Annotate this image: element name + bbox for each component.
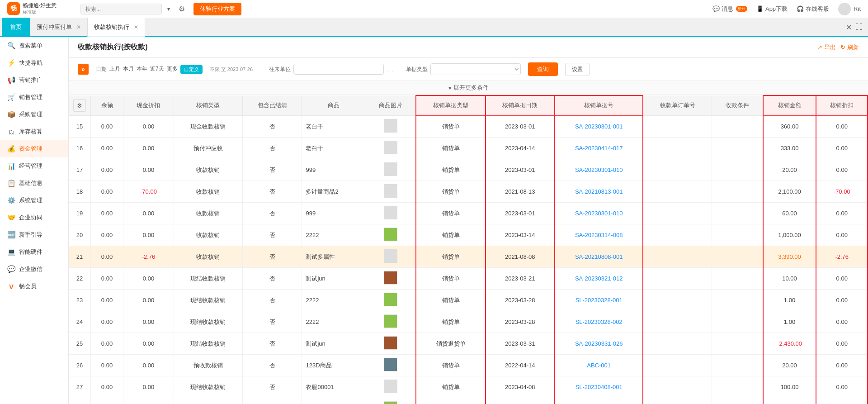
counterpart-input[interactable] [293, 64, 384, 75]
sidebar-item-wechat[interactable]: 💬 企业微信 [0, 261, 68, 278]
doc-no-link[interactable]: SL-20230408-001 [576, 384, 623, 390]
cell-product: 999 [302, 203, 365, 224]
doc-no-link[interactable]: SA-20230331-026 [575, 340, 623, 347]
sidebar-label-marketing: 营销推广 [19, 76, 42, 84]
cell-id: 21 [69, 246, 91, 268]
sidebar-item-finance[interactable]: 💰 资金管理 [0, 140, 68, 157]
top-dropdown-btn[interactable]: ▾ [167, 6, 170, 12]
cell-balance: 0.00 [91, 268, 123, 290]
settings-btn[interactable]: 设置 [565, 63, 590, 76]
cell-product: 123D商品 [302, 355, 365, 376]
sidebar-item-purchase[interactable]: 📦 采购管理 [0, 106, 68, 123]
settings-gear-header[interactable]: ⚙ [73, 99, 86, 112]
cell-product: 测试多属性 [302, 246, 365, 268]
expand-more-btn[interactable]: ▾ 展开更多条件 [448, 84, 489, 92]
export-btn[interactable]: ↗ 导出 [817, 43, 836, 52]
cell-doc-no[interactable]: SL-20230328-001 [555, 290, 643, 311]
tab-bar: 首页 预付冲应付单 ✕ 收款核销执行 ✕ ✕ ⛶ [0, 18, 868, 37]
date-more[interactable]: 更多 [167, 65, 178, 74]
tab-writeoff[interactable]: 收款核销执行 ✕ [88, 18, 145, 37]
cell-settled: 否 [242, 116, 302, 138]
cell-doc-no[interactable]: SL-20230408-001 [555, 376, 643, 398]
table-container: ⚙ 余额 现金折扣 核销类型 包含已结清 商品 商品图片 核销单据类型 核销单据… [69, 95, 868, 404]
refresh-btn[interactable]: ↻ 刷新 [840, 43, 859, 52]
cell-id: 28 [69, 398, 91, 404]
messages-btn[interactable]: 💬 消息 99+ [712, 5, 747, 13]
doc-no-link[interactable]: SA-20210813-001 [575, 188, 623, 195]
main-layout: 🔍 搜索菜单 ⚡ 快捷导航 📢 营销推广 🛒 销售管理 📦 采购管理 🗂 库存核… [0, 37, 868, 404]
tab-prepay-close[interactable]: ✕ [76, 24, 81, 30]
tab-prepay[interactable]: 预付冲应付单 ✕ [30, 18, 88, 37]
cell-doc-no[interactable]: SA-20230301-010 [555, 203, 643, 224]
tab-writeoff-close[interactable]: ✕ [134, 24, 138, 30]
content-area: 收款核销执行(按收款) ↗ 导出 ↻ 刷新 » 日期 上月 本月 本 [69, 37, 868, 404]
cell-doc-no[interactable]: SA-20230301-001 [555, 116, 643, 138]
sidebar-item-guide[interactable]: 🆕 新手引导 [0, 226, 68, 243]
doc-no-link[interactable]: SA-20230301-010 [575, 166, 623, 173]
doc-no-link[interactable]: SA-20230414-017 [575, 145, 623, 152]
search-icon: 🔍 [7, 42, 15, 50]
cell-receipt-condition [712, 159, 763, 181]
top-bar: 畅 畅捷通·好生意 标准版 ▾ ⚙ 休验行业方案 💬 消息 99+ 📱 App下… [0, 0, 868, 18]
col-header-writeoff-type: 核销类型 [174, 95, 242, 116]
col-header-writeoff-amount: 核销金额 [763, 95, 816, 116]
col-header-receipt-condition: 收款条件 [712, 95, 763, 116]
expand-more-row: ▾ 展开更多条件 [69, 81, 868, 95]
cell-writeoff-amount: 100.00 [763, 398, 816, 404]
cell-settled: 否 [242, 268, 302, 290]
sidebar-item-basic[interactable]: 📋 基础信息 [0, 175, 68, 192]
tab-expand-btn[interactable]: ⛶ [855, 23, 863, 31]
industry-btn[interactable]: 休验行业方案 [193, 3, 241, 15]
doc-no-link[interactable]: SL-20230328-001 [576, 297, 623, 304]
sidebar-item-quicknav[interactable]: ⚡ 快捷导航 [0, 54, 68, 71]
doc-no-link[interactable]: SA-20230301-001 [575, 123, 623, 130]
gear-btn[interactable]: ⚙ [175, 3, 188, 15]
sidebar-item-sales[interactable]: 🛒 销售管理 [0, 89, 68, 106]
sidebar-item-system[interactable]: ⚙️ 系统管理 [0, 192, 68, 209]
sidebar-item-hardware[interactable]: 💻 智能硬件 [0, 243, 68, 261]
doctype-select[interactable] [430, 63, 521, 75]
query-btn[interactable]: 查询 [528, 62, 558, 76]
cell-doc-no[interactable]: SA-20230301-010 [555, 159, 643, 181]
cell-doc-no[interactable]: SA-20230414-017 [555, 138, 643, 159]
doc-no-link[interactable]: SA-20230321-012 [575, 275, 623, 282]
sidebar-item-collab[interactable]: 🤝 企业协同 [0, 209, 68, 226]
sidebar-item-member[interactable]: V 畅会员 [0, 278, 68, 295]
sidebar-label-member: 畅会员 [19, 282, 37, 290]
date-this-year[interactable]: 本年 [137, 65, 147, 74]
cell-doc-no[interactable]: SL-20230418-001 [555, 398, 643, 404]
cell-doc-no[interactable]: ABC-001 [555, 355, 643, 376]
cell-doc-date: 2023-03-01 [486, 159, 555, 181]
doc-no-link[interactable]: ABC-001 [587, 362, 611, 369]
sidebar-item-operation[interactable]: 📊 经营管理 [0, 157, 68, 175]
cell-doc-no[interactable]: SA-20230314-008 [555, 224, 643, 246]
cell-doc-date: 2023-03-01 [486, 203, 555, 224]
cell-balance: 0.00 [91, 181, 123, 203]
cell-doc-type: 销货单 [416, 290, 485, 311]
doc-no-link[interactable]: SL-20230328-002 [576, 318, 623, 325]
cell-doc-no[interactable]: SA-20230331-026 [555, 333, 643, 355]
doc-no-link[interactable]: SA-20210808-001 [575, 253, 623, 260]
cell-doc-no[interactable]: SA-20230321-012 [555, 268, 643, 290]
doc-no-link[interactable]: SA-20230301-010 [575, 210, 623, 217]
tab-close-all-btn[interactable]: ✕ [846, 23, 852, 32]
date-last-month[interactable]: 上月 [109, 65, 120, 74]
top-search-input[interactable] [80, 4, 162, 14]
date-this-month[interactable]: 本月 [123, 65, 134, 74]
cell-doc-no[interactable]: SL-20230328-002 [555, 311, 643, 333]
sidebar-item-search[interactable]: 🔍 搜索菜单 [0, 37, 68, 54]
user-area[interactable]: Rit [838, 3, 861, 15]
date-custom-btn[interactable]: 自定义 [180, 65, 203, 74]
tab-prepay-label: 预付冲应付单 [37, 23, 72, 31]
date-7days[interactable]: 近7天 [150, 65, 164, 74]
sidebar-item-inventory[interactable]: 🗂 库存核算 [0, 123, 68, 140]
tab-home[interactable]: 首页 [2, 18, 30, 37]
filter-expand-btn[interactable]: » [78, 64, 89, 75]
app-download-btn[interactable]: 📱 App下载 [756, 5, 788, 13]
sidebar-item-marketing[interactable]: 📢 营销推广 [0, 71, 68, 89]
cell-doc-no[interactable]: SA-20210813-001 [555, 181, 643, 203]
table-row: 28 0.00 0.00 现结收款核销 否 2222 销货单 2023-04-1… [69, 398, 868, 404]
online-service-btn[interactable]: 🎧 在线客服 [797, 5, 829, 13]
cell-doc-no[interactable]: SA-20210808-001 [555, 246, 643, 268]
doc-no-link[interactable]: SA-20230314-008 [575, 232, 623, 238]
